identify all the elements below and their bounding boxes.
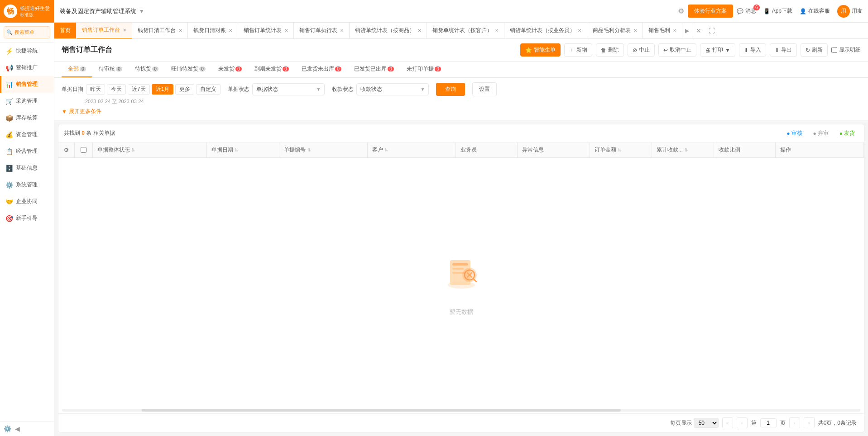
horizontal-scrollbar[interactable]: [62, 409, 860, 412]
show-detail-checkbox[interactable]: 显示明细: [831, 46, 861, 54]
industry-solution-button[interactable]: 体验行业方案: [688, 5, 733, 18]
cancel-stop-button[interactable]: ↩ 取消中止: [658, 43, 696, 57]
sort-code-icon[interactable]: ⇅: [307, 147, 311, 152]
filter-payment-select[interactable]: 收款状态 ▼: [356, 83, 429, 95]
subtab-pending-pick[interactable]: 待拣货0: [129, 62, 165, 77]
sort-customer-icon[interactable]: ⇅: [384, 147, 388, 152]
tab-sales-workbench[interactable]: 销售订单工作台 ✕: [77, 23, 132, 39]
tab-home[interactable]: 首页: [54, 23, 77, 39]
tab-close-icon[interactable]: ✕: [673, 28, 676, 33]
smart-create-button[interactable]: ⭐ 智能生单: [520, 43, 561, 57]
sidebar-item-purchase[interactable]: 🛒 采购管理: [0, 93, 54, 109]
sidebar-item-system[interactable]: ⚙️ 系统管理: [0, 176, 54, 193]
filter-date-yesterday[interactable]: 昨天: [86, 84, 105, 95]
next-page-button[interactable]: ›: [789, 417, 800, 428]
tab-cash-daily[interactable]: 钱货日清工作台 ✕: [132, 23, 188, 39]
subtab-unshipped[interactable]: 未发货0: [212, 62, 248, 77]
settings-bottom-icon[interactable]: ⚙️: [4, 425, 11, 432]
app-download-button[interactable]: 📱 App下载: [763, 7, 792, 15]
stop-button[interactable]: ⊘ 中止: [628, 43, 655, 57]
print-button[interactable]: 🖨 打印 ▼: [700, 43, 735, 57]
sort-amount-icon[interactable]: ⇅: [618, 147, 621, 152]
tab-sale-by-customer[interactable]: 销货单统计表（按客户） ✕: [427, 23, 504, 39]
tab-sale-by-product[interactable]: 销货单统计表（按商品） ✕: [350, 23, 427, 39]
sidebar-item-finance[interactable]: 💰 资金管理: [0, 126, 54, 143]
subtab-shipped-out[interactable]: 已发货已出库0: [348, 62, 400, 77]
audit-button[interactable]: ● 审核: [783, 128, 806, 138]
prev-page-button[interactable]: ‹: [737, 417, 748, 428]
tab-label: 销售订单统计表: [244, 27, 282, 34]
tab-close-icon[interactable]: ✕: [229, 28, 232, 33]
tab-maximize-button[interactable]: ⛶: [705, 23, 719, 39]
filter-status-item: 单据状态 单据状态 ▼: [228, 83, 325, 95]
collapse-icon[interactable]: ◀: [15, 425, 20, 432]
sort-received-icon[interactable]: ⇅: [684, 147, 688, 152]
tab-close-icon[interactable]: ✕: [578, 28, 581, 33]
sidebar-item-marketing[interactable]: 📢 营销推广: [0, 59, 54, 76]
last-page-button[interactable]: »: [804, 417, 815, 428]
tab-order-stats[interactable]: 销售订单统计表 ✕: [238, 23, 294, 39]
show-detail-input[interactable]: [831, 47, 837, 53]
subtab-pending-audit[interactable]: 待审核0: [92, 62, 129, 77]
sidebar-item-quicknav[interactable]: ⚡ 快捷导航: [0, 43, 54, 59]
subtab-wangpu-ship[interactable]: 旺铺待发货0: [165, 62, 212, 77]
svg-rect-3: [452, 268, 464, 270]
tab-close-icon[interactable]: ✕: [633, 28, 637, 33]
scrollbar-thumb[interactable]: [142, 409, 621, 412]
subtab-not-printed[interactable]: 未打印单据0: [400, 62, 447, 77]
delete-button[interactable]: 🗑 删除: [596, 43, 624, 57]
subtab-overdue-ship[interactable]: 到期未发货0: [248, 62, 295, 77]
sidebar-item-operation[interactable]: 📋 经营管理: [0, 143, 54, 160]
user-menu-button[interactable]: 用 用友: [837, 5, 863, 18]
filter-setting-button[interactable]: 设置: [472, 82, 497, 96]
export-button[interactable]: ⬆ 导出: [770, 43, 797, 57]
sort-date-icon[interactable]: ⇅: [235, 147, 238, 152]
expand-filter-button[interactable]: ▼ 展开更多条件: [62, 108, 861, 115]
sidebar-item-guide[interactable]: 🎯 新手引导: [0, 210, 54, 227]
search-menu-button[interactable]: 🔍 搜索菜单: [4, 26, 50, 38]
filter-date-7days[interactable]: 近7天: [128, 84, 150, 95]
filter-status-select[interactable]: 单据状态 ▼: [252, 83, 325, 95]
tab-margin-analysis[interactable]: 商品毛利分析表 ✕: [587, 23, 643, 39]
filter-date-more[interactable]: 更多: [175, 84, 194, 95]
topbar-gear-icon[interactable]: ⚙: [678, 7, 684, 15]
subtab-shipped-not-out[interactable]: 已发货未出库0: [295, 62, 348, 77]
page-number-input[interactable]: [760, 418, 777, 427]
tab-close-icon[interactable]: ✕: [123, 28, 126, 33]
select-all-checkbox[interactable]: [81, 147, 86, 153]
filter-date-1month[interactable]: 近1月: [152, 84, 174, 95]
ship-button[interactable]: ● 发货: [836, 128, 858, 138]
sidebar-item-cooperation[interactable]: 🤝 企业协同: [0, 193, 54, 210]
th-gear[interactable]: ⚙: [58, 142, 75, 157]
filter-date-today[interactable]: 今天: [107, 84, 126, 95]
tab-close-icon[interactable]: ✕: [340, 28, 344, 33]
filter-date-custom[interactable]: 自定义: [196, 84, 221, 95]
tab-more-button[interactable]: ▶: [682, 23, 692, 39]
query-button[interactable]: 查询: [436, 83, 465, 96]
tab-sales-margin[interactable]: 销售毛利 ✕: [643, 23, 682, 39]
tab-close-all-button[interactable]: ✕: [692, 23, 705, 39]
message-button[interactable]: 💬 消息 6: [737, 7, 756, 15]
tab-close-icon[interactable]: ✕: [417, 28, 421, 33]
tab-close-icon[interactable]: ✕: [495, 28, 499, 33]
tab-reconcile[interactable]: 钱货日清对账 ✕: [188, 23, 238, 39]
per-page-select[interactable]: 50 100 200: [694, 418, 719, 428]
sidebar-item-inventory[interactable]: 📦 库存核算: [0, 109, 54, 126]
tab-sale-by-staff[interactable]: 销货单统计表（按业务员） ✕: [504, 23, 587, 39]
refresh-button[interactable]: ↻ 刷新: [801, 43, 828, 57]
sort-status-icon[interactable]: ⇅: [131, 147, 135, 152]
refresh-icon: ↻: [806, 47, 810, 53]
tab-close-icon[interactable]: ✕: [178, 28, 182, 33]
add-button[interactable]: ＋ 新增: [564, 43, 592, 57]
subtab-all[interactable]: 全部0: [62, 62, 92, 77]
sidebar-item-baseinfo[interactable]: 🗄️ 基础信息: [0, 160, 54, 176]
tab-order-exec[interactable]: 销售订单执行表 ✕: [294, 23, 350, 39]
online-service-button[interactable]: 👤 在线客服: [800, 7, 830, 15]
import-button[interactable]: ⬇ 导入: [739, 43, 766, 57]
sidebar-item-sales[interactable]: 📊 销售管理: [0, 76, 54, 93]
tab-close-icon[interactable]: ✕: [284, 28, 288, 33]
first-page-button[interactable]: «: [722, 417, 733, 428]
system-dropdown-icon[interactable]: ▼: [139, 8, 144, 14]
cancel-audit-button[interactable]: ● 弃审: [810, 128, 832, 138]
th-checkbox[interactable]: [75, 142, 93, 157]
